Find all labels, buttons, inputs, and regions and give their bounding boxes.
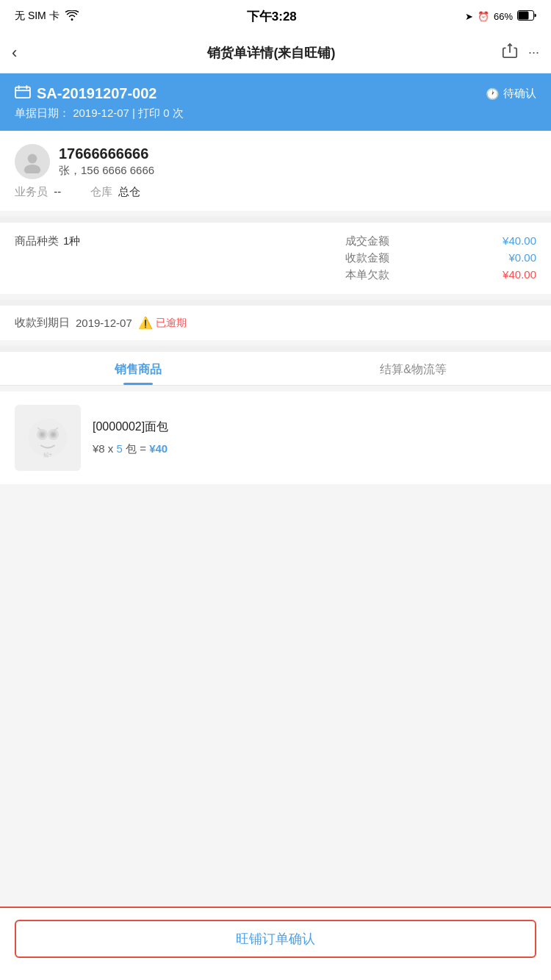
- svg-point-10: [40, 433, 44, 436]
- product-item: 鲸+ [0000002]面包 ¥8 x 5 包 = ¥40: [0, 392, 551, 484]
- summary-row: 商品种类 1种 成交金额 ¥40.00 收款金额 ¥0.00 本单欠款 ¥40.…: [15, 234, 536, 282]
- status-text: 待确认: [503, 87, 536, 101]
- overdue-badge: ⚠️ 已逾期: [138, 316, 187, 330]
- location-icon: ➤: [465, 11, 473, 22]
- status-right: ➤ ⏰ 66%: [465, 10, 536, 23]
- deal-value: ¥40.00: [503, 234, 536, 248]
- nav-actions: ···: [502, 43, 539, 62]
- sales-label: 业务员: [15, 185, 48, 198]
- warehouse-value: 总仓: [118, 185, 140, 198]
- tab-sales[interactable]: 销售商品: [0, 352, 276, 385]
- back-button[interactable]: ‹: [12, 43, 41, 62]
- sales-value: --: [54, 185, 61, 198]
- product-name: [0000002]面包: [93, 419, 536, 435]
- divider-2: [0, 300, 551, 306]
- avatar: [15, 144, 50, 179]
- more-icon[interactable]: ···: [528, 45, 539, 60]
- status-bar: 无 SIM 卡 下午3:28 ➤ ⏰ 66%: [0, 0, 551, 32]
- carrier-text: 无 SIM 卡: [15, 10, 60, 23]
- summary-left: 商品种类 1种: [15, 234, 80, 248]
- product-info: [0000002]面包 ¥8 x 5 包 = ¥40: [93, 419, 536, 456]
- status-left: 无 SIM 卡: [15, 10, 79, 23]
- debt-row: 本单欠款 ¥40.00: [345, 268, 536, 282]
- share-icon[interactable]: [502, 43, 518, 62]
- type-count: 1种: [63, 234, 80, 248]
- equals-sign: =: [140, 442, 149, 455]
- svg-text:鲸+: 鲸+: [43, 452, 53, 458]
- due-card: 收款到期日 2019-12-07 ⚠️ 已逾期: [0, 306, 551, 340]
- print-count: 0: [163, 107, 169, 119]
- warehouse-item: 仓库 总仓: [90, 185, 140, 199]
- summary-right: 成交金额 ¥40.00 收款金额 ¥0.00 本单欠款 ¥40.00: [345, 234, 536, 282]
- clock-icon: 🕐: [486, 87, 500, 101]
- warehouse-label: 仓库: [90, 185, 112, 198]
- product-price: ¥8 x 5 包 = ¥40: [93, 442, 536, 456]
- pay-row: 收款金额 ¥0.00: [345, 251, 536, 265]
- deal-row: 成交金额 ¥40.00: [345, 234, 536, 248]
- product-thumbnail: 鲸+: [15, 405, 81, 471]
- customer-card: 17666666666 张，156 6666 6666 业务员 -- 仓库 总仓: [0, 131, 551, 211]
- due-label: 收款到期日: [15, 316, 70, 330]
- svg-point-5: [29, 419, 68, 458]
- order-id-row: SA-20191207-002 🕐 待确认: [15, 85, 536, 102]
- customer-meta: 业务员 -- 仓库 总仓: [15, 185, 536, 199]
- pay-value: ¥0.00: [508, 251, 536, 265]
- svg-point-11: [51, 433, 55, 436]
- print-unit: 次: [173, 107, 184, 119]
- order-date-row: 单据日期： 2019-12-07 | 打印 0 次: [15, 107, 536, 120]
- nav-bar: ‹ 销货单详情(来自旺铺) ···: [0, 32, 551, 73]
- sales-item: 业务员 --: [15, 185, 61, 199]
- order-id: SA-20191207-002: [15, 85, 156, 102]
- status-time: 下午3:28: [247, 8, 297, 25]
- product-list: 鲸+ [0000002]面包 ¥8 x 5 包 = ¥40: [0, 392, 551, 484]
- svg-rect-1: [518, 11, 528, 19]
- tabs-bar: 销售商品 结算&物流等: [0, 352, 551, 386]
- print-sep: | 打印: [132, 107, 163, 119]
- bottom-bar: 旺铺订单确认: [0, 907, 551, 980]
- customer-name: 张，156 6666 6666: [59, 164, 154, 178]
- overdue-text: 已逾期: [156, 317, 187, 330]
- product-unit: 包: [126, 442, 137, 455]
- wifi-icon: [65, 10, 79, 23]
- debt-label: 本单欠款: [345, 268, 389, 282]
- customer-top: 17666666666 张，156 6666 6666: [15, 144, 536, 179]
- svg-rect-2: [15, 87, 30, 98]
- page-title: 销货单详情(来自旺铺): [207, 44, 335, 62]
- multiply-sign: x: [108, 442, 117, 455]
- unit-price: ¥8: [93, 442, 105, 455]
- customer-phone: 17666666666: [59, 145, 154, 162]
- svg-point-3: [28, 154, 37, 164]
- overdue-icon: ⚠️: [138, 316, 153, 330]
- divider-3: [0, 346, 551, 352]
- summary-card: 商品种类 1种 成交金额 ¥40.00 收款金额 ¥0.00 本单欠款 ¥40.…: [0, 223, 551, 294]
- svg-point-4: [24, 165, 40, 173]
- order-header: SA-20191207-002 🕐 待确认 单据日期： 2019-12-07 |…: [0, 73, 551, 131]
- battery-text: 66%: [494, 11, 513, 22]
- deal-label: 成交金额: [345, 234, 389, 248]
- order-date: 2019-12-07: [73, 107, 129, 119]
- product-qty: 5: [117, 442, 123, 455]
- pay-label: 收款金额: [345, 251, 389, 265]
- order-icon: [15, 85, 31, 102]
- type-label: 商品种类: [15, 234, 59, 248]
- bottom-spacer: [0, 484, 551, 631]
- order-status: 🕐 待确认: [486, 87, 536, 101]
- tab-settlement[interactable]: 结算&物流等: [276, 352, 551, 385]
- battery-icon: [517, 10, 536, 23]
- due-date: 2019-12-07: [76, 317, 132, 329]
- product-total: ¥40: [149, 442, 168, 455]
- divider-1: [0, 217, 551, 223]
- date-label: 单据日期：: [15, 107, 70, 119]
- confirm-button[interactable]: 旺铺订单确认: [15, 920, 536, 958]
- alarm-icon: ⏰: [478, 11, 489, 22]
- debt-value: ¥40.00: [503, 268, 536, 282]
